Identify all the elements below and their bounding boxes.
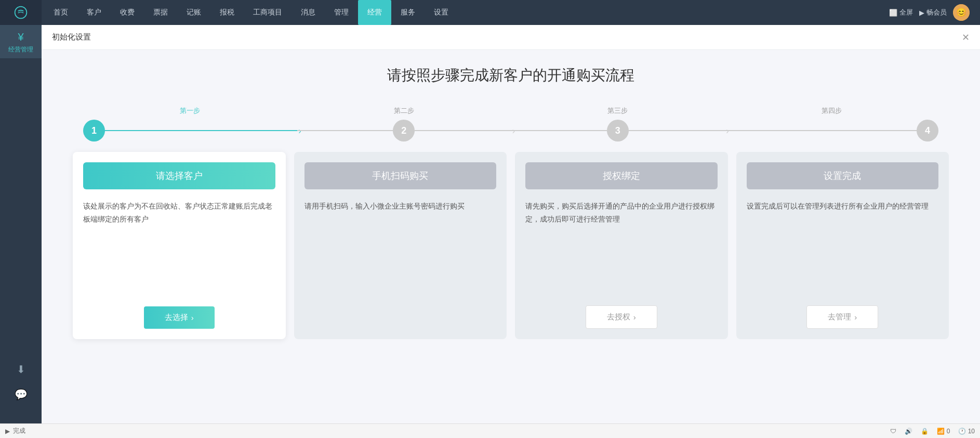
nav-items: 首页客户收费票据记账报税工商项目消息管理经营服务设置 bbox=[44, 0, 458, 25]
nav-item-经营[interactable]: 经营 bbox=[358, 0, 391, 25]
step-3-circle: 3 bbox=[607, 120, 629, 141]
go-manage-arrow: › bbox=[854, 313, 857, 321]
card-4-body: 设置完成后可以在管理列表进行所有企业用户的经营管理 bbox=[747, 200, 939, 295]
go-manage-button[interactable]: 去管理 › bbox=[806, 305, 878, 329]
nav-logo-icon bbox=[14, 5, 28, 20]
step-3-connector: › bbox=[629, 130, 725, 131]
play-icon: ▶ bbox=[919, 9, 924, 17]
clock-status: 🕐 10 bbox=[958, 428, 975, 435]
step-3-wrapper: 第三步 3 › bbox=[511, 106, 725, 141]
card-2-text: 请用手机扫码，输入小微企业主账号密码进行购买 bbox=[304, 202, 465, 210]
member-btn[interactable]: ▶ 畅会员 bbox=[919, 8, 947, 17]
go-manage-label: 去管理 bbox=[828, 312, 851, 322]
card-3-text: 请先购买，购买后选择开通的产品中的企业用户进行授权绑定，成功后即可进行经营管理 bbox=[525, 202, 714, 223]
go-authorize-arrow: › bbox=[633, 313, 636, 321]
step-4-circle: 4 bbox=[917, 120, 938, 141]
arrow-3: › bbox=[726, 126, 729, 136]
go-authorize-label: 去授权 bbox=[607, 312, 630, 322]
step-3-circle-row: 3 › bbox=[511, 120, 725, 141]
card-3-body: 请先购买，购买后选择开通的产品中的企业用户进行授权绑定，成功后即可进行经营管理 bbox=[525, 200, 718, 295]
step-4-label: 第四步 bbox=[822, 106, 842, 115]
step-2-pre-connector bbox=[297, 130, 393, 131]
go-select-arrow: › bbox=[191, 313, 194, 322]
step-2-label: 第二步 bbox=[394, 106, 414, 115]
step-card-4: 设置完成 设置完成后可以在管理列表进行所有企业用户的经营管理 去管理 › bbox=[736, 152, 949, 339]
cards-container: 请选择客户 该处展示的客户为不在回收站、客户状态正常建账后完成老板端绑定的所有客… bbox=[73, 152, 949, 339]
content-main-title: 请按照步骤完成新客户的开通购买流程 bbox=[73, 66, 949, 85]
sidebar: ¥ 经营管理 ⬇ 💬 bbox=[0, 0, 42, 438]
nav-item-消息[interactable]: 消息 bbox=[292, 0, 325, 25]
go-select-button[interactable]: 去选择 › bbox=[144, 306, 215, 329]
card-4-header: 设置完成 bbox=[747, 162, 939, 189]
card-2-header: 手机扫码购买 bbox=[304, 162, 497, 189]
nav-item-票据[interactable]: 票据 bbox=[144, 0, 177, 25]
user-avatar[interactable]: 😊 bbox=[953, 4, 970, 21]
card-4-footer: 去管理 › bbox=[747, 305, 939, 329]
nav-item-报税[interactable]: 报税 bbox=[210, 0, 244, 25]
nav-item-工商项目[interactable]: 工商项目 bbox=[244, 0, 292, 25]
card-1-header: 请选择客户 bbox=[83, 162, 275, 189]
shield-icon: 🛡 bbox=[890, 428, 896, 435]
steps-flow: 第一步 1 › 第二步 2 › bbox=[73, 106, 949, 152]
status-right: 🛡 🔊 🔒 📶 0 🕐 10 bbox=[890, 428, 975, 435]
nav-item-管理[interactable]: 管理 bbox=[325, 0, 358, 25]
arrow-2: › bbox=[512, 126, 515, 136]
nav-item-设置[interactable]: 设置 bbox=[425, 0, 458, 25]
volume-icon: 🔊 bbox=[905, 428, 912, 435]
nav-item-服务[interactable]: 服务 bbox=[391, 0, 425, 25]
card-4-title: 设置完成 bbox=[824, 171, 861, 181]
avatar-img: 😊 bbox=[953, 4, 970, 21]
card-4-text: 设置完成后可以在管理列表进行所有企业用户的经营管理 bbox=[747, 202, 929, 210]
sidebar-download[interactable]: ⬇ bbox=[0, 357, 42, 382]
svg-text:😊: 😊 bbox=[956, 7, 966, 17]
nav-item-收费[interactable]: 收费 bbox=[111, 0, 144, 25]
sidebar-support[interactable]: 💬 bbox=[0, 382, 42, 407]
status-left: ▶ 完成 bbox=[5, 427, 25, 435]
card-2-title: 手机扫码购买 bbox=[372, 171, 428, 181]
go-select-label: 去选择 bbox=[165, 313, 188, 323]
management-icon: ¥ bbox=[18, 31, 23, 43]
card-1-footer: 去选择 › bbox=[83, 306, 275, 329]
nav-item-首页[interactable]: 首页 bbox=[44, 0, 77, 25]
nav-logo-area bbox=[0, 0, 42, 25]
download-icon: ⬇ bbox=[17, 363, 25, 376]
go-authorize-button[interactable]: 去授权 › bbox=[586, 305, 657, 329]
close-button[interactable]: ✕ bbox=[962, 32, 970, 43]
step-4-pre-connector bbox=[725, 130, 917, 131]
step-card-1: 请选择客户 该处展示的客户为不在回收站、客户状态正常建账后完成老板端绑定的所有客… bbox=[73, 152, 286, 339]
step-3-pre-connector bbox=[511, 130, 607, 131]
card-2-body: 请用手机扫码，输入小微企业主账号密码进行购买 bbox=[304, 200, 497, 318]
step-4-circle-row: 4 bbox=[725, 120, 939, 141]
step-1-wrapper: 第一步 1 › bbox=[83, 106, 297, 141]
fullscreen-btn[interactable]: ⬜ 全屏 bbox=[889, 8, 913, 17]
top-nav: 首页客户收费票据记账报税工商项目消息管理经营服务设置 ⬜ 全屏 ▶ 畅会员 😊 bbox=[0, 0, 980, 25]
step-1-connector: › bbox=[104, 130, 297, 131]
lock-icon: 🔒 bbox=[921, 428, 929, 435]
status-bar: ▶ 完成 🛡 🔊 🔒 📶 0 🕐 10 bbox=[0, 423, 980, 438]
arrow-1: › bbox=[298, 126, 301, 136]
wifi-status: 📶 0 bbox=[937, 428, 950, 435]
card-1-body: 该处展示的客户为不在回收站、客户状态正常建账后完成老板端绑定的所有客户 bbox=[83, 200, 275, 296]
support-icon: 💬 bbox=[15, 388, 28, 401]
step-1-label: 第一步 bbox=[180, 106, 200, 115]
nav-item-客户[interactable]: 客户 bbox=[77, 0, 111, 25]
step-2-wrapper: 第二步 2 › bbox=[297, 106, 511, 141]
step-2-connector: › bbox=[415, 130, 511, 131]
sidebar-item-management[interactable]: ¥ 经营管理 bbox=[0, 25, 42, 58]
nav-item-记账[interactable]: 记账 bbox=[177, 0, 210, 25]
page-title: 初始化设置 bbox=[52, 32, 91, 42]
step-4-wrapper: 第四步 4 bbox=[725, 106, 939, 141]
card-3-header: 授权绑定 bbox=[525, 162, 718, 189]
card-3-title: 授权绑定 bbox=[603, 171, 640, 181]
page-header: 初始化设置 ✕ bbox=[42, 25, 980, 50]
step-card-3: 授权绑定 请先购买，购买后选择开通的产品中的企业用户进行授权绑定，成功后即可进行… bbox=[515, 152, 728, 339]
step-3-label: 第三步 bbox=[607, 106, 628, 115]
card-3-footer: 去授权 › bbox=[525, 305, 718, 329]
main-area: 初始化设置 ✕ 请按照步骤完成新客户的开通购买流程 第一步 1 › 第二步 bbox=[42, 25, 980, 423]
fullscreen-icon: ⬜ bbox=[889, 9, 897, 17]
card-1-title: 请选择客户 bbox=[156, 171, 203, 181]
sidebar-item-label: 经营管理 bbox=[8, 45, 33, 54]
card-1-text: 该处展示的客户为不在回收站、客户状态正常建账后完成老板端绑定的所有客户 bbox=[83, 202, 272, 223]
step-1-circle-row: 1 › bbox=[83, 120, 297, 141]
step-card-2: 手机扫码购买 请用手机扫码，输入小微企业主账号密码进行购买 bbox=[294, 152, 507, 339]
